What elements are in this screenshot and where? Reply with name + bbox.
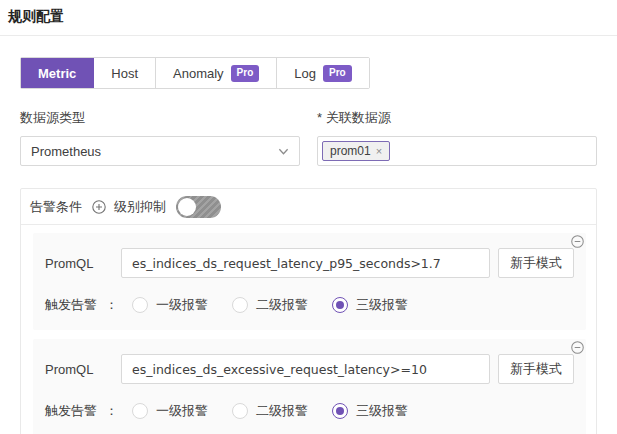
tab-metric-label: Metric [38, 66, 76, 81]
datasource-type-label: 数据源类型 [20, 109, 300, 127]
radio-level-1-label: 一级报警 [156, 296, 208, 314]
promql-label: PromQL [45, 256, 121, 271]
radio-circle [332, 403, 348, 419]
add-condition-button[interactable] [92, 200, 106, 214]
novice-mode-button[interactable]: 新手模式 [498, 248, 574, 278]
alert-level-radio-group: 一级报警 二级报警 三级报警 [132, 402, 408, 420]
datasource-tag: prom01 × [322, 141, 390, 161]
novice-mode-button[interactable]: 新手模式 [498, 354, 574, 384]
plus-circle-icon [92, 200, 106, 214]
remove-condition-button[interactable] [571, 235, 584, 248]
level-suppression-toggle[interactable] [176, 196, 221, 218]
tab-log[interactable]: Log Pro [277, 58, 368, 88]
datasource-type-value: Prometheus [31, 144, 101, 159]
radio-circle [232, 297, 248, 313]
radio-level-2-label: 二级报警 [256, 296, 308, 314]
alert-conditions-title: 告警条件 [30, 198, 82, 216]
radio-level-2-label: 二级报警 [256, 402, 308, 420]
datasource-tag-label: prom01 [330, 144, 371, 158]
rule-type-tabs: Metric Host Anomaly Pro Log Pro [20, 57, 370, 89]
remove-tag-icon[interactable]: × [376, 146, 382, 157]
radio-level-2[interactable]: 二级报警 [232, 296, 308, 314]
trigger-alert-label: 触发告警 [45, 296, 97, 314]
condition-card-1: PromQL 新手模式 触发告警 ： 一级报警 二级报警 [33, 233, 586, 330]
tab-anomaly[interactable]: Anomaly Pro [156, 58, 277, 88]
trigger-alert-colon: ： [105, 296, 118, 314]
related-datasource-input[interactable]: prom01 × [317, 136, 597, 166]
condition-card-2: PromQL 新手模式 触发告警 ： 一级报警 二级报警 [33, 339, 586, 434]
promql-input[interactable] [121, 354, 490, 384]
toggle-knob [178, 198, 196, 216]
alert-conditions-header: 告警条件 级别抑制 [21, 189, 596, 225]
radio-circle [332, 297, 348, 313]
related-datasource-label: * 关联数据源 [317, 109, 597, 127]
pro-badge: Pro [323, 65, 352, 82]
trigger-alert-label: 触发告警 [45, 402, 97, 420]
trigger-alert-colon: ： [105, 402, 118, 420]
radio-level-3[interactable]: 三级报警 [332, 402, 408, 420]
promql-input[interactable] [121, 248, 490, 278]
alert-level-radio-group: 一级报警 二级报警 三级报警 [132, 296, 408, 314]
radio-level-3-label: 三级报警 [356, 296, 408, 314]
page-title: 规则配置 [0, 0, 617, 26]
remove-condition-button[interactable] [571, 341, 584, 354]
radio-level-1[interactable]: 一级报警 [132, 296, 208, 314]
radio-level-1[interactable]: 一级报警 [132, 402, 208, 420]
level-suppression-label: 级别抑制 [114, 198, 166, 216]
pro-badge: Pro [231, 65, 260, 82]
tab-metric[interactable]: Metric [21, 58, 94, 88]
radio-level-2[interactable]: 二级报警 [232, 402, 308, 420]
tab-host-label: Host [111, 66, 138, 81]
minus-circle-icon [571, 235, 584, 248]
minus-circle-icon [571, 341, 584, 354]
radio-circle [132, 403, 148, 419]
tab-host[interactable]: Host [94, 58, 156, 88]
radio-circle [232, 403, 248, 419]
radio-level-1-label: 一级报警 [156, 402, 208, 420]
tab-log-label: Log [294, 66, 316, 81]
alert-conditions-panel: 告警条件 级别抑制 PromQL 新手模式 触发告警 ： [20, 188, 597, 434]
radio-level-3-label: 三级报警 [356, 402, 408, 420]
chevron-down-icon [278, 146, 289, 157]
radio-level-3[interactable]: 三级报警 [332, 296, 408, 314]
radio-circle [132, 297, 148, 313]
tab-anomaly-label: Anomaly [173, 66, 224, 81]
datasource-type-select[interactable]: Prometheus [20, 136, 300, 166]
promql-label: PromQL [45, 362, 121, 377]
